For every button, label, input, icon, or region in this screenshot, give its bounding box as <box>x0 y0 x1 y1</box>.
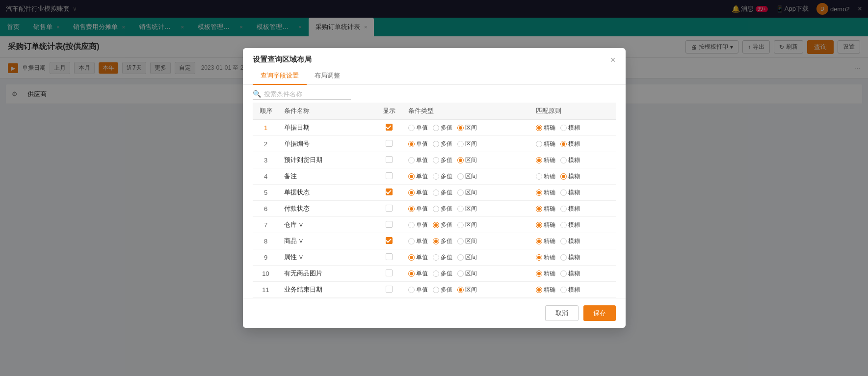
match-radio-fuzzy[interactable]: 模糊 <box>560 140 580 148</box>
display-cell[interactable] <box>374 282 403 298</box>
match-radio-exact[interactable]: 精确 <box>536 286 555 294</box>
cancel-button[interactable]: 取消 <box>545 305 579 321</box>
display-checkbox[interactable] <box>386 188 393 195</box>
save-button[interactable]: 保存 <box>583 305 616 321</box>
type-radio-range[interactable]: 区间 <box>457 286 477 294</box>
type-radio-range[interactable]: 区间 <box>457 172 477 181</box>
match-radio-fuzzy[interactable]: 模糊 <box>560 269 580 278</box>
match-radio-group: 精确模糊 <box>536 237 611 245</box>
display-cell[interactable] <box>374 152 403 168</box>
type-radio-range[interactable]: 区间 <box>457 188 477 197</box>
display-cell[interactable] <box>374 233 403 249</box>
match-radio-fuzzy[interactable]: 模糊 <box>560 188 580 197</box>
display-cell[interactable] <box>374 120 403 136</box>
match-radio-exact[interactable]: 精确 <box>536 237 555 245</box>
display-cell[interactable] <box>374 266 403 282</box>
match-radio-fuzzy[interactable]: 模糊 <box>560 124 580 132</box>
modal-footer: 取消 保存 <box>243 298 626 328</box>
type-radio-single[interactable]: 单值 <box>408 253 428 262</box>
match-cell: 精确模糊 <box>531 168 616 185</box>
display-cell[interactable] <box>374 136 403 152</box>
match-radio-fuzzy[interactable]: 模糊 <box>560 156 580 164</box>
display-checkbox[interactable] <box>386 156 393 163</box>
modal-table-wrap: 顺序 条件名称 显示 条件类型 匹配原则 1单据日期单值多值区间精确模糊2单据编… <box>243 103 626 298</box>
display-checkbox[interactable] <box>386 221 393 228</box>
match-radio-group: 精确模糊 <box>536 124 611 132</box>
match-radio-fuzzy[interactable]: 模糊 <box>560 205 580 213</box>
display-checkbox[interactable] <box>386 286 393 293</box>
display-cell[interactable] <box>374 168 403 185</box>
search-input[interactable] <box>264 90 342 98</box>
type-radio-range[interactable]: 区间 <box>457 221 477 229</box>
type-radio-multi[interactable]: 多值 <box>433 269 452 278</box>
display-cell[interactable] <box>374 217 403 233</box>
match-radio-exact[interactable]: 精确 <box>536 172 555 181</box>
type-radio-single[interactable]: 单值 <box>408 156 428 164</box>
type-radio-multi[interactable]: 多值 <box>433 156 452 164</box>
match-radio-fuzzy[interactable]: 模糊 <box>560 172 580 181</box>
match-radio-exact[interactable]: 精确 <box>536 221 555 229</box>
match-radio-exact[interactable]: 精确 <box>536 188 555 197</box>
type-cell: 单值多值区间 <box>403 136 530 152</box>
display-checkbox[interactable] <box>386 205 393 212</box>
display-checkbox[interactable] <box>386 253 393 260</box>
seq-cell: 8 <box>253 233 279 249</box>
type-radio-multi[interactable]: 多值 <box>433 253 452 262</box>
match-radio-exact[interactable]: 精确 <box>536 205 555 213</box>
seq-cell: 5 <box>253 185 279 201</box>
type-radio-range[interactable]: 区间 <box>457 124 477 132</box>
match-radio-exact[interactable]: 精确 <box>536 253 555 262</box>
display-checkbox[interactable] <box>386 237 393 244</box>
display-checkbox[interactable] <box>386 124 393 131</box>
display-cell[interactable] <box>374 185 403 201</box>
type-radio-single[interactable]: 单值 <box>408 286 428 294</box>
type-radio-range[interactable]: 区间 <box>457 237 477 245</box>
type-cell: 单值多值区间 <box>403 201 530 217</box>
match-radio-exact[interactable]: 精确 <box>536 269 555 278</box>
modal-tab-field-settings[interactable]: 查询字段设置 <box>253 68 307 85</box>
display-checkbox[interactable] <box>386 140 393 147</box>
type-radio-single[interactable]: 单值 <box>408 124 428 132</box>
col-type: 条件类型 <box>403 103 530 120</box>
match-radio-exact[interactable]: 精确 <box>536 156 555 164</box>
type-radio-range[interactable]: 区间 <box>457 140 477 148</box>
match-radio-fuzzy[interactable]: 模糊 <box>560 237 580 245</box>
modal-close-button[interactable]: × <box>610 55 616 64</box>
type-radio-single[interactable]: 单值 <box>408 205 428 213</box>
type-radio-single[interactable]: 单值 <box>408 140 428 148</box>
display-checkbox[interactable] <box>386 172 393 179</box>
display-cell[interactable] <box>374 249 403 266</box>
modal-overlay: 设置查询区域布局 × 查询字段设置 布局调整 🔍 顺序 <box>0 0 868 375</box>
type-radio-range[interactable]: 区间 <box>457 253 477 262</box>
type-radio-multi[interactable]: 多值 <box>433 124 452 132</box>
type-radio-range[interactable]: 区间 <box>457 205 477 213</box>
match-radio-exact[interactable]: 精确 <box>536 124 555 132</box>
type-radio-single[interactable]: 单值 <box>408 269 428 278</box>
display-cell[interactable] <box>374 201 403 217</box>
display-checkbox[interactable] <box>386 269 393 276</box>
type-radio-single[interactable]: 单值 <box>408 221 428 229</box>
type-radio-single[interactable]: 单值 <box>408 172 428 181</box>
type-radio-range[interactable]: 区间 <box>457 269 477 278</box>
type-cell: 单值多值区间 <box>403 185 530 201</box>
type-radio-single[interactable]: 单值 <box>408 237 428 245</box>
modal-tab-layout[interactable]: 布局调整 <box>307 68 348 85</box>
type-radio-multi[interactable]: 多值 <box>433 140 452 148</box>
type-radio-multi[interactable]: 多值 <box>433 237 452 245</box>
type-cell: 单值多值区间 <box>403 168 530 185</box>
type-radio-single[interactable]: 单值 <box>408 188 428 197</box>
match-radio-fuzzy[interactable]: 模糊 <box>560 253 580 262</box>
type-radio-multi[interactable]: 多值 <box>433 286 452 294</box>
match-radio-fuzzy[interactable]: 模糊 <box>560 286 580 294</box>
match-radio-fuzzy[interactable]: 模糊 <box>560 221 580 229</box>
match-cell: 精确模糊 <box>531 120 616 136</box>
type-radio-range[interactable]: 区间 <box>457 156 477 164</box>
type-radio-multi[interactable]: 多值 <box>433 221 452 229</box>
match-radio-exact[interactable]: 精确 <box>536 140 555 148</box>
type-radio-multi[interactable]: 多值 <box>433 205 452 213</box>
match-radio-group: 精确模糊 <box>536 286 611 294</box>
type-radio-multi[interactable]: 多值 <box>433 188 452 197</box>
type-radio-multi[interactable]: 多值 <box>433 172 452 181</box>
table-row: 1单据日期单值多值区间精确模糊 <box>253 120 616 136</box>
table-row: 4备注单值多值区间精确模糊 <box>253 168 616 185</box>
